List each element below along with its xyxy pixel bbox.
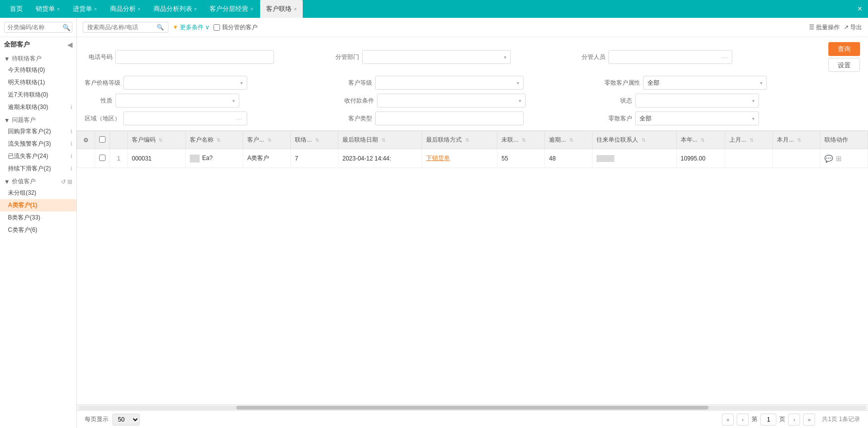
sidebar-search-icon[interactable]: 🔍 xyxy=(62,24,70,31)
filter-nature: 性质 ▾ xyxy=(85,94,340,107)
pay-condition-chevron-icon: ▾ xyxy=(519,98,521,104)
page-num-input[interactable] xyxy=(760,414,776,426)
data-table-container: ⚙ 客户编码 ⇅ 客户名称 ⇅ xyxy=(77,131,868,404)
row-last-month xyxy=(725,149,773,168)
row-checkbox[interactable] xyxy=(99,155,106,161)
more-action-icon[interactable]: ⊞ xyxy=(836,155,842,162)
phone-input[interactable] xyxy=(115,50,274,64)
tab-customer-segment[interactable]: 客户分层经营 × xyxy=(204,0,259,18)
sidebar-item-class-b[interactable]: B类客户(33) xyxy=(0,212,76,224)
col-cust-name[interactable]: 客户名称 ⇅ xyxy=(185,131,243,149)
tab-customer-contact[interactable]: 客户联络 × xyxy=(260,0,303,18)
nature-select[interactable]: ▾ xyxy=(115,94,239,107)
tab-sales[interactable]: 销货单 × xyxy=(30,0,66,18)
my-customers-checkbox[interactable]: 我分管的客户 xyxy=(214,23,258,32)
close-tab-customer-contact[interactable]: × xyxy=(294,6,297,12)
sidebar-item-overdue[interactable]: 逾期未联络(30) ℹ xyxy=(0,101,76,113)
batch-op-btn[interactable]: ☰ 批量操作 xyxy=(809,23,840,32)
manager-select[interactable]: ··· xyxy=(608,50,732,64)
tab-product-analysis[interactable]: 商品分析 × xyxy=(104,0,147,18)
filter-row-4: 区域（地区） ··· 客户类型 零散客户 全部 ▾ xyxy=(85,111,860,125)
col-last-contact-date[interactable]: 最后联络日期 ⇅ xyxy=(338,131,422,149)
filter-search-input[interactable] xyxy=(87,24,157,31)
next-page-btn[interactable]: › xyxy=(788,414,800,426)
last-page-btn[interactable]: » xyxy=(803,414,815,426)
sidebar-item-class-c[interactable]: C类客户(6) xyxy=(0,224,76,236)
pay-condition-select[interactable]: ▾ xyxy=(377,94,526,107)
sidebar-item-unclassified[interactable]: 未分组(32) xyxy=(0,187,76,199)
row-unit-contact xyxy=(593,149,676,168)
cust-level-label: 客户等级 xyxy=(344,79,372,87)
tab-home[interactable]: 首页 xyxy=(4,0,29,18)
sidebar-item-class-a[interactable]: A类客户(1) xyxy=(0,199,76,212)
filter-search-icon[interactable]: 🔍 xyxy=(157,24,164,31)
col-overdue[interactable]: 逾期... ⇅ xyxy=(545,131,593,149)
phone-label: 电话号码 xyxy=(85,53,112,61)
region-select[interactable]: ··· xyxy=(123,111,247,125)
overdue-info-icon: ℹ xyxy=(70,104,72,110)
col-unit-contact[interactable]: 往来单位联系人 ⇅ xyxy=(593,131,676,149)
horizontal-scrollbar[interactable] xyxy=(77,404,868,410)
close-tab-customer-segment[interactable]: × xyxy=(250,6,253,12)
query-button[interactable]: 查询 xyxy=(828,42,860,56)
close-tab-product-analysis[interactable]: × xyxy=(138,6,141,12)
sidebar-item-today[interactable]: 今天待联络(0) xyxy=(0,64,76,76)
tab-purchase[interactable]: 进货单 × xyxy=(67,0,103,18)
col-this-month[interactable]: 本月... ⇅ xyxy=(773,131,820,149)
retail-attr-select[interactable]: 全部 ▾ xyxy=(643,76,767,90)
value-group-refresh-icon[interactable]: ↺ xyxy=(61,178,66,185)
select-all-checkbox[interactable] xyxy=(99,136,106,143)
sidebar-item-churn-warning[interactable]: 流失预警客户(3) ℹ xyxy=(0,138,76,150)
retail-attr-chevron-icon: ▾ xyxy=(760,80,762,86)
filter-icon: ▼ xyxy=(172,24,178,31)
more-conditions-btn[interactable]: ▼ 更多条件 ∨ xyxy=(172,23,210,32)
my-customers-check[interactable] xyxy=(214,24,220,31)
cust-level-select[interactable]: ▾ xyxy=(375,76,524,90)
churn-warning-info-icon: ℹ xyxy=(70,141,72,147)
value-group-config-icon[interactable]: ⊞ xyxy=(67,178,72,185)
close-tab-product-analysis-list[interactable]: × xyxy=(194,6,197,12)
message-action-icon[interactable]: 💬 xyxy=(824,155,833,162)
dept-select[interactable]: ▾ xyxy=(362,50,511,64)
manager-dots-icon: ··· xyxy=(721,54,728,61)
price-level-select[interactable]: ▾ xyxy=(123,76,247,90)
filter-search-box: 🔍 xyxy=(83,22,168,33)
filter-dept: 分管部门 ▾ xyxy=(331,50,574,64)
per-page-select[interactable]: 50 100 200 xyxy=(112,414,140,426)
pay-condition-label: 收付款条件 xyxy=(344,97,374,105)
close-tab-sales[interactable]: × xyxy=(57,6,60,12)
col-no-contact[interactable]: 未联... ⇅ xyxy=(497,131,545,149)
col-row-num xyxy=(110,131,128,149)
col-this-year[interactable]: 本年... ⇅ xyxy=(676,131,725,149)
close-tab-purchase[interactable]: × xyxy=(94,6,97,12)
manager-label: 分管人员 xyxy=(578,53,605,61)
filter-cust-level: 客户等级 ▾ xyxy=(344,76,600,90)
col-cust-code[interactable]: 客户编码 ⇅ xyxy=(128,131,186,149)
sidebar-item-declining[interactable]: 持续下滑客户(2) ℹ xyxy=(0,162,76,175)
last-contact-method-link[interactable]: 下销货单 xyxy=(426,155,450,161)
tab-product-analysis-list[interactable]: 商品分析列表 × xyxy=(148,0,203,18)
col-last-month[interactable]: 上月... ⇅ xyxy=(725,131,773,149)
col-last-contact-method[interactable]: 最后联络方式 ⇅ xyxy=(422,131,497,149)
sidebar-all-customers[interactable]: 全部客户 ◀ xyxy=(0,37,76,52)
export-btn[interactable]: ↗ 导出 xyxy=(844,23,862,32)
prev-page-btn[interactable]: ‹ xyxy=(737,414,749,426)
sidebar-item-repurchase-abnormal[interactable]: 回购异常客户(2) ℹ xyxy=(0,125,76,138)
close-all-tabs[interactable]: × xyxy=(858,4,862,13)
cust-type-select[interactable] xyxy=(375,111,524,125)
setting-button[interactable]: 设置 xyxy=(828,58,860,72)
value-group-actions: ↺ ⊞ xyxy=(61,178,72,185)
sidebar-collapse-icon: ◀ xyxy=(67,41,72,49)
sidebar-item-churned[interactable]: 已流失客户(24) ℹ xyxy=(0,150,76,162)
col-contact[interactable]: 联络... ⇅ xyxy=(291,131,338,149)
sidebar-item-7days[interactable]: 近7天待联络(0) xyxy=(0,89,76,101)
col-cust-level[interactable]: 客户... ⇅ xyxy=(243,131,291,149)
scrollbar-thumb[interactable] xyxy=(236,406,708,410)
col-gear[interactable]: ⚙ xyxy=(77,131,95,149)
status-select[interactable]: ▾ xyxy=(635,94,759,107)
sidebar-group-pending-tri: ▼ xyxy=(4,55,10,62)
sidebar-item-tomorrow[interactable]: 明天待联络(1) xyxy=(0,76,76,89)
retail-cust-select[interactable]: 全部 ▾ xyxy=(635,111,759,125)
table-footer: 每页显示 50 100 200 « ‹ 第 页 › » 共1页 1条记录 xyxy=(77,410,868,428)
first-page-btn[interactable]: « xyxy=(722,414,734,426)
